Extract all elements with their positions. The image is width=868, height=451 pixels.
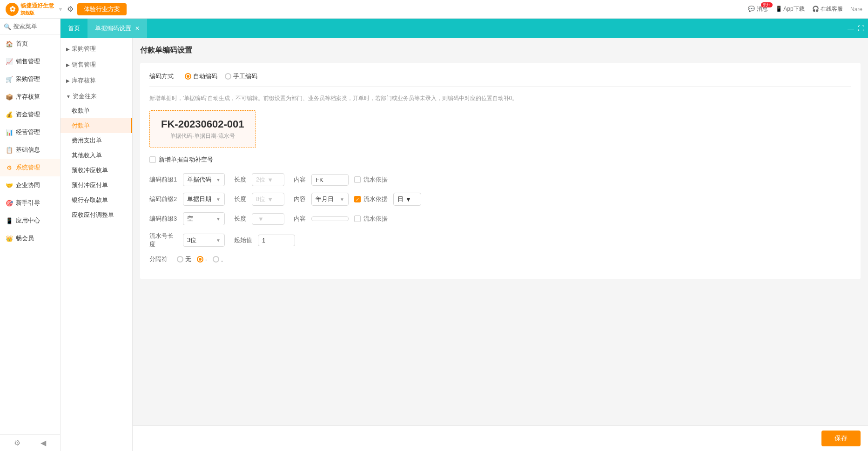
- tabbar-minimize-btn[interactable]: —: [848, 25, 854, 32]
- day-select[interactable]: 日 ▼: [393, 193, 421, 206]
- radio-manual[interactable]: 手工编码: [225, 72, 257, 81]
- message-btn[interactable]: 💬 消息 99+: [748, 5, 767, 13]
- prefix1-select[interactable]: 单据代码 ▼: [183, 173, 225, 186]
- flow-checkbox-3[interactable]: [354, 215, 361, 222]
- arrow-right-icon-2: ▶: [66, 62, 70, 67]
- sidebar-item-member[interactable]: 👑 畅会员: [0, 229, 60, 247]
- sidebar-settings-icon[interactable]: ⚙: [14, 438, 20, 447]
- sub-sidebar-item-ar-ap-adj[interactable]: 应收应付调整单: [61, 208, 132, 222]
- config-row-2: 编码前缀2 单据日期 ▼ 长度 8位 ▼ 内容: [149, 193, 851, 206]
- sidebar-item-home[interactable]: 🏠 首页: [0, 35, 60, 53]
- topbar-right: 💬 消息 99+ 📱 App下载 🎧 在线客服 Nare: [748, 5, 862, 13]
- length3-select[interactable]: ▼: [252, 213, 284, 225]
- prefix2-value: 单据日期: [187, 195, 211, 203]
- tabbar-maximize-btn[interactable]: ⛶: [858, 25, 864, 32]
- sub-sidebar-sales-header[interactable]: ▶ 销售管理: [61, 58, 132, 72]
- tab-home[interactable]: 首页: [61, 19, 87, 38]
- config-row-3: 编码前缀3 空 ▼ 长度 ▼ 内容: [149, 212, 851, 225]
- sub-sidebar-group-capital: ▼ 资金往来 收款单 付款单 费用支出单 其他收入单: [61, 89, 132, 222]
- sep-dot-radio[interactable]: .: [213, 256, 223, 263]
- app-download-btn[interactable]: 📱 App下载: [775, 5, 805, 13]
- prefix3-select[interactable]: 空 ▼: [183, 212, 225, 225]
- sub-sidebar-advance-ap-label: 预付冲应付单: [72, 182, 108, 188]
- sep-none-dot: [177, 256, 183, 263]
- auto-fill-label: 新增单据自动补空号: [159, 155, 213, 164]
- sub-sidebar-inventory-header[interactable]: ▶ 库存核算: [61, 74, 132, 88]
- sidebar-item-enterprise[interactable]: 🤝 企业协同: [0, 176, 60, 194]
- sub-sidebar-payment-label: 付款单: [72, 122, 90, 129]
- sidebar-item-inventory[interactable]: 📦 库存核算: [0, 88, 60, 106]
- search-menu[interactable]: 🔍 搜索菜单: [0, 19, 60, 35]
- sidebar-item-home-label: 首页: [16, 40, 28, 48]
- sidebar-item-operation-label: 经营管理: [16, 128, 40, 136]
- sep-none-radio[interactable]: 无: [177, 255, 191, 263]
- prefix1-arrow-icon: ▼: [216, 177, 221, 182]
- trial-btn[interactable]: 体验行业方案: [77, 3, 127, 15]
- tab-close-icon[interactable]: ✕: [135, 25, 140, 32]
- day-value: 日: [397, 195, 404, 203]
- sub-sidebar-capital-header[interactable]: ▼ 资金往来: [61, 89, 132, 103]
- topbar-left: ✿ 畅捷通好生意 旗舰版 ▼ ⚙ 体验行业方案: [6, 2, 127, 16]
- sidebar-item-finance[interactable]: 💰 资金管理: [0, 106, 60, 123]
- search-icon: 🔍: [4, 23, 11, 30]
- serial-length-select[interactable]: 3位 ▼: [183, 234, 225, 247]
- sub-sidebar-item-payment[interactable]: 付款单: [61, 118, 132, 133]
- bottom-bar: 保存: [133, 425, 868, 451]
- content3-label: 内容: [294, 215, 306, 223]
- length3-label: 长度: [234, 215, 246, 223]
- topbar-settings-icon[interactable]: ⚙: [67, 5, 74, 13]
- radio-group: 自动编码 手工编码: [185, 72, 257, 81]
- tab-doc-code-settings[interactable]: 单据编码设置 ✕: [87, 19, 147, 38]
- sub-sidebar-purchase-header[interactable]: ▶ 采购管理: [61, 42, 132, 56]
- serial-start-input[interactable]: 1: [258, 235, 295, 246]
- flow-label-3: 流水依据: [363, 215, 388, 223]
- radio-manual-label: 手工编码: [233, 72, 257, 81]
- encode-method-row: 编码方式 自动编码 手工编码: [149, 72, 851, 87]
- sidebar-item-guide[interactable]: 🎯 新手引导: [0, 194, 60, 212]
- inventory-icon: 📦: [6, 93, 13, 101]
- length2-select[interactable]: 8位 ▼: [252, 193, 284, 206]
- sub-sidebar-item-advance-ap[interactable]: 预付冲应付单: [61, 178, 132, 193]
- config-prefix1-label: 编码前缀1: [149, 175, 177, 184]
- radio-auto[interactable]: 自动编码: [185, 72, 217, 81]
- basic-icon: 📋: [6, 146, 13, 154]
- online-service-btn[interactable]: 🎧 在线客服: [812, 5, 843, 13]
- topbar-dropdown[interactable]: ▼: [58, 6, 63, 13]
- sub-sidebar-item-other-income[interactable]: 其他收入单: [61, 148, 132, 163]
- sub-sidebar-expense-label: 费用支出单: [72, 137, 102, 144]
- sub-sidebar-bank-deposit-label: 银行存取款单: [72, 196, 108, 203]
- prefix2-select[interactable]: 单据日期 ▼: [183, 193, 225, 206]
- sub-sidebar-other-income-label: 其他收入单: [72, 152, 102, 159]
- sidebar-collapse-icon[interactable]: ◀: [40, 438, 46, 447]
- sidebar-item-purchase[interactable]: 🛒 采购管理: [0, 70, 60, 88]
- flow-checkbox-1[interactable]: [354, 176, 361, 183]
- sidebar-item-system[interactable]: ⚙ 系统管理: [0, 159, 60, 176]
- sub-sidebar-item-advance-ar[interactable]: 预收冲应收单: [61, 163, 132, 178]
- length1-select[interactable]: 2位 ▼: [252, 173, 284, 186]
- online-service-label: 在线客服: [821, 6, 843, 12]
- user-name[interactable]: Nare: [850, 6, 862, 13]
- sub-layout: ▶ 采购管理 ▶ 销售管理 ▶ 库存核算: [61, 38, 868, 451]
- sep-dash-radio[interactable]: -: [197, 256, 207, 263]
- flow-checkbox-2[interactable]: ✓: [354, 196, 361, 202]
- sub-sidebar-item-bank-deposit[interactable]: 银行存取款单: [61, 193, 132, 208]
- sub-sidebar-sales-label: 销售管理: [72, 61, 96, 69]
- app-center-icon: 📱: [6, 217, 13, 224]
- sidebar-item-sales[interactable]: 📈 销售管理: [0, 53, 60, 70]
- sidebar-item-operation[interactable]: 📊 经营管理: [0, 123, 60, 141]
- sidebar-item-basic[interactable]: 📋 基础信息: [0, 141, 60, 159]
- sub-sidebar-item-expense[interactable]: 费用支出单: [61, 133, 132, 148]
- preview-box: FK-20230602-001 单据代码-单据日期-流水号: [149, 110, 256, 148]
- search-menu-label: 搜索菜单: [13, 22, 37, 31]
- sub-sidebar-purchase-label: 采购管理: [72, 45, 96, 53]
- info-text: 新增单据时，'单据编码'自动生成，不可编辑。前缀设置为部门、业务员等档案类，开单…: [149, 94, 851, 103]
- flow-label-1: 流水依据: [363, 175, 388, 184]
- day-arrow-icon: ▼: [405, 196, 411, 203]
- purchase-icon: 🛒: [6, 75, 13, 83]
- content2-select[interactable]: 年月日 ▼: [311, 193, 349, 206]
- sidebar-item-member-label: 畅会员: [16, 234, 34, 242]
- sub-sidebar-item-receipt[interactable]: 收款单: [61, 103, 132, 118]
- auto-fill-checkbox[interactable]: [149, 156, 156, 163]
- sidebar-item-app-center[interactable]: 📱 应用中心: [0, 212, 60, 229]
- save-button[interactable]: 保存: [821, 431, 861, 446]
